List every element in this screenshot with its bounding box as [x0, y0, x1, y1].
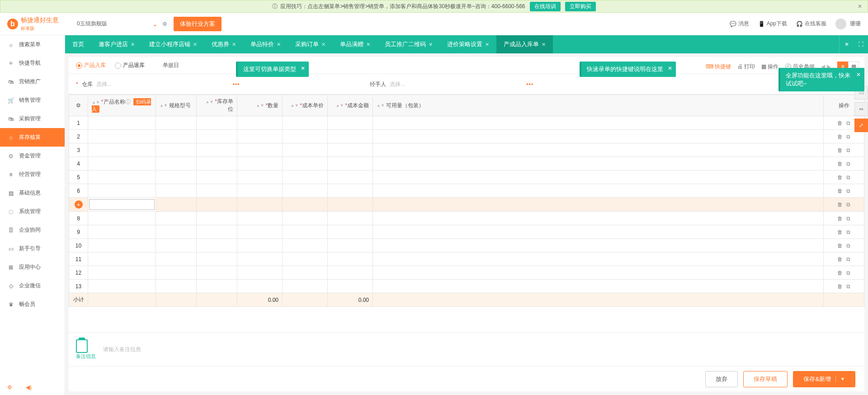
tab[interactable]: 建立小程序店铺✕ [142, 35, 204, 53]
table-row[interactable]: 4🗑⧉ [69, 157, 864, 171]
tab-close-icon[interactable]: ✕ [131, 42, 135, 48]
sidebar-item[interactable]: ⌕搜索菜单 [0, 35, 65, 54]
sidebar-item[interactable]: ⊙资金管理 [0, 147, 65, 165]
tab[interactable]: 产成品入库单✕ [496, 35, 553, 53]
more-icon[interactable]: ••• [233, 81, 240, 87]
product-name-input[interactable] [89, 199, 155, 210]
table-row[interactable]: +🗑⧉ [69, 198, 864, 212]
delete-row-icon[interactable]: 🗑 [837, 120, 843, 126]
copy-row-icon[interactable]: ⧉ [846, 229, 850, 235]
tab[interactable]: 优惠券✕ [204, 35, 243, 53]
sidebar-item[interactable]: ≡经营管理 [0, 165, 65, 184]
delete-row-icon[interactable]: 🗑 [837, 243, 843, 249]
gear-icon[interactable]: ⚙ [162, 21, 167, 27]
table-row[interactable]: 6🗑⧉ [69, 184, 864, 198]
col-price[interactable]: ▲▼*成本单价 [283, 95, 328, 116]
copy-row-icon[interactable]: ⧉ [846, 243, 850, 249]
rail-attach-icon[interactable]: ⇔ [854, 102, 868, 116]
messages-link[interactable]: 💬消息 [730, 20, 749, 28]
table-row[interactable]: 2🗑⧉ [69, 130, 864, 143]
tip-close-icon[interactable]: ✕ [856, 71, 861, 78]
online-service-link[interactable]: 🎧在线客服 [796, 20, 826, 28]
help-icon[interactable]: ⓘ [125, 99, 131, 105]
rail-expand-icon[interactable]: ⤢ [854, 119, 868, 132]
tab-close-icon[interactable]: ✕ [232, 42, 236, 48]
sidebar-item[interactable]: 🛍采购管理 [0, 109, 65, 128]
sidebar-item[interactable]: ☰企业协同 [0, 221, 65, 239]
delete-row-icon[interactable]: 🗑 [837, 256, 843, 262]
copy-row-icon[interactable]: ⧉ [846, 174, 850, 181]
tip-close-icon[interactable]: ✕ [668, 65, 672, 71]
tab[interactable]: 邀客户进店✕ [91, 35, 142, 53]
fullscreen-icon[interactable]: ⛶ [854, 35, 868, 53]
delete-row-icon[interactable]: 🗑 [837, 174, 843, 181]
save-draft-button[interactable]: 保存草稿 [743, 371, 788, 387]
tip-close-icon[interactable]: ✕ [301, 65, 305, 71]
tab[interactable]: 采购订单✕ [288, 35, 333, 53]
tab-close-icon[interactable]: ✕ [485, 42, 489, 48]
operate-button[interactable]: ▦操作 [761, 63, 778, 71]
table-row[interactable]: 12🗑⧉ [69, 266, 864, 280]
delete-row-icon[interactable]: 🗑 [837, 215, 843, 222]
memo-input[interactable]: 请输入备注信息 [103, 346, 141, 353]
delete-row-icon[interactable]: 🗑 [837, 147, 843, 153]
copy-row-icon[interactable]: ⧉ [846, 133, 850, 140]
org-selector[interactable]: 0五组旗舰版 ⌄ [77, 20, 158, 28]
app-download-link[interactable]: 📱App下载 [758, 20, 787, 28]
sidebar-item[interactable]: 🛒销售管理 [0, 91, 65, 109]
user-menu[interactable]: 珊珊 [835, 19, 861, 29]
copy-row-icon[interactable]: ⧉ [846, 270, 850, 276]
delete-row-icon[interactable]: 🗑 [837, 188, 843, 194]
sidebar-item[interactable]: ✧快捷导航 [0, 54, 65, 72]
shortcut-key-link[interactable]: ⌨快捷键 [706, 63, 731, 71]
col-amount[interactable]: ▲▼*成本金额 [328, 95, 373, 116]
table-row[interactable]: 1🗑⧉ [69, 116, 864, 130]
copy-row-icon[interactable]: ⧉ [846, 215, 850, 222]
handler-field[interactable]: 经手人 选择... ••• [370, 81, 533, 88]
tab-close-icon[interactable]: ✕ [193, 42, 197, 48]
tab[interactable]: 单品特价✕ [243, 35, 288, 53]
copy-row-icon[interactable]: ⧉ [846, 161, 850, 167]
copy-row-icon[interactable]: ⧉ [846, 201, 850, 208]
discard-button[interactable]: 放弃 [705, 371, 738, 387]
sidebar-settings-icon[interactable]: ⚙ [7, 384, 12, 390]
col-unit[interactable]: ▲▼*库存单位 [197, 95, 237, 116]
warehouse-field[interactable]: * 仓库 选择... ••• [76, 81, 240, 88]
radio-product-in[interactable]: 产品入库 [76, 62, 106, 69]
tab[interactable]: 员工推广二维码✕ [377, 35, 440, 53]
delete-row-icon[interactable]: 🗑 [837, 161, 843, 167]
table-row[interactable]: 9🗑⧉ [69, 225, 864, 239]
more-icon[interactable]: ••• [526, 81, 533, 87]
table-row[interactable]: 3🗑⧉ [69, 143, 864, 157]
copy-row-icon[interactable]: ⧉ [846, 256, 850, 262]
delete-row-icon[interactable]: 🗑 [837, 270, 843, 276]
tab[interactable]: 首页 [65, 35, 91, 53]
col-available[interactable]: ▲▼可用量（包装） [373, 95, 824, 116]
delete-row-icon[interactable]: 🗑 [837, 229, 843, 235]
banner-close-icon[interactable]: ✕ [858, 3, 862, 10]
col-qty[interactable]: ▲▼*数量 [237, 95, 283, 116]
sidebar-collapse-icon[interactable]: ◀) [26, 384, 32, 390]
industry-plan-button[interactable]: 体验行业方案 [174, 17, 222, 31]
delete-row-icon[interactable]: 🗑 [837, 283, 843, 290]
table-row[interactable]: 8🗑⧉ [69, 212, 864, 225]
buy-now-button[interactable]: 立即购买 [565, 2, 596, 11]
table-row[interactable]: 5🗑⧉ [69, 171, 864, 184]
add-row-icon[interactable]: + [75, 200, 83, 209]
table-row[interactable]: 11🗑⧉ [69, 252, 864, 266]
sidebar-item[interactable]: 🛍营销推广 [0, 72, 65, 91]
col-row-settings[interactable]: ⚙ [69, 95, 88, 116]
copy-row-icon[interactable]: ⧉ [846, 188, 850, 194]
delete-row-icon[interactable]: 🗑 [837, 133, 843, 140]
close-tabs-icon[interactable]: ✕ [839, 35, 854, 53]
copy-row-icon[interactable]: ⧉ [846, 120, 850, 126]
tab[interactable]: 单品满赠✕ [333, 35, 377, 53]
tab-close-icon[interactable]: ✕ [321, 42, 326, 48]
sidebar-item[interactable]: ◌系统管理 [0, 202, 65, 221]
sidebar-item[interactable]: ▭新手引导 [0, 239, 65, 258]
tab[interactable]: 进价策略设置✕ [440, 35, 496, 53]
sidebar-item[interactable]: ◇企业微信 [0, 276, 65, 295]
copy-row-icon[interactable]: ⧉ [846, 283, 850, 290]
table-row[interactable]: 10🗑⧉ [69, 239, 864, 252]
tab-close-icon[interactable]: ✕ [277, 42, 281, 48]
